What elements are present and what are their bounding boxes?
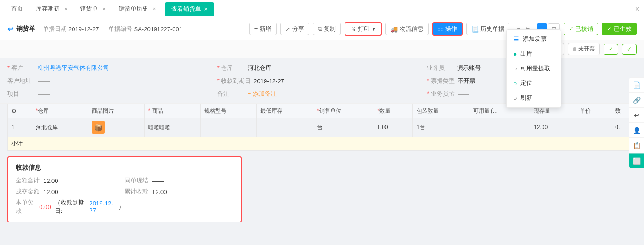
salesperson-value: 演示账号	[457, 64, 481, 72]
tab-sales[interactable]: 销货单 ×	[73, 0, 112, 18]
outbound-label: 出库	[520, 50, 532, 58]
sidebar-btn-clipboard[interactable]: 📋	[629, 138, 644, 153]
tab-sales-close[interactable]: ×	[102, 6, 105, 11]
payment-date-field: 收款到期日 2019-12-27	[217, 77, 427, 85]
print-button[interactable]: 🖨 打印 ▼	[345, 22, 382, 36]
menu-outbound[interactable]: ● 出库	[507, 46, 561, 61]
note-add-label[interactable]: + 添加备注	[248, 90, 277, 98]
check-button-1[interactable]: ✓	[604, 44, 618, 55]
history-icon: 📃	[471, 26, 479, 33]
locate-icon: ○	[513, 80, 517, 87]
total-amount-value: 12.00	[43, 177, 58, 184]
share-icon: ↗	[285, 26, 290, 33]
copy-button[interactable]: ⧉ 复制	[313, 23, 341, 35]
doc-date-field: 单据日期 2019-12-27	[43, 25, 99, 33]
warehouse-value: 河北仓库	[248, 64, 271, 72]
th-settings[interactable]: ⚙	[8, 104, 32, 118]
debt-note: （收款到期日:	[55, 199, 86, 215]
row-unit: 台	[313, 118, 373, 137]
print-label: 🖨 打印	[350, 25, 370, 33]
project-field: 项目 ——	[7, 90, 217, 98]
customer-label: 客户	[7, 64, 35, 72]
tab-inventory[interactable]: 库存期初 ×	[29, 0, 73, 18]
tab-view-sales[interactable]: 查看销货单 ×	[165, 2, 214, 16]
outbound-icon: ●	[513, 50, 517, 57]
tab-sales-history-close[interactable]: ×	[153, 6, 156, 11]
tab-view-sales-close[interactable]: ×	[204, 6, 208, 12]
tab-inventory-close[interactable]: ×	[64, 6, 67, 11]
not-open-ticket-button[interactable]: 未开票	[568, 43, 600, 55]
ticket-type-label: 票据类型	[427, 77, 455, 85]
history-button[interactable]: 📃 历史单据	[466, 23, 509, 35]
current-debt-item: 本单欠款 0.00 （收款到期日: 2019-12-27）	[16, 199, 124, 215]
current-debt-label: 本单欠款	[16, 199, 35, 215]
operation-label: 操作	[445, 25, 457, 33]
sidebar-btn-link[interactable]: 🔗	[629, 92, 644, 107]
copy-label: 复制	[324, 25, 336, 33]
due-date-value[interactable]: 2019-12-27	[90, 200, 115, 214]
doc-date-value: 2019-12-27	[68, 26, 99, 33]
logistics-icon: 🚚	[390, 26, 398, 33]
row-warehouse: 河北仓库	[32, 118, 88, 137]
sidebar-btn-expand[interactable]: ⬜	[629, 153, 644, 168]
row-stock: 12.00	[530, 118, 576, 137]
add-invoice-label: 添加发票	[523, 35, 547, 43]
document-title-section: ↩ 销货单	[7, 25, 35, 34]
product-img-icon: 📦	[94, 123, 103, 132]
salesperson2-value: ——	[458, 91, 469, 97]
check-icon-2: ✓	[627, 46, 632, 52]
share-button[interactable]: ↗ 分享	[280, 23, 309, 35]
check-icon-1: ✓	[609, 46, 613, 52]
logistics-button[interactable]: 🚚 物流信息	[385, 23, 429, 35]
row-quantity: 1.00	[373, 118, 413, 137]
tab-home[interactable]: 首页	[5, 0, 29, 18]
row-num: 1	[8, 118, 32, 137]
project-value: ——	[38, 91, 50, 97]
cancelled-button[interactable]: ✓ 已核销	[564, 23, 599, 35]
menu-locate[interactable]: ○ 定位	[507, 76, 561, 91]
menu-available-qty[interactable]: ○ 可用量提取	[507, 61, 561, 76]
subtotal-row: 小计	[8, 137, 637, 151]
row-package-qty: 1台	[413, 118, 469, 137]
salesperson2-label: 业务员孟	[427, 90, 455, 98]
th-price: 单价	[576, 104, 611, 118]
menu-refresh[interactable]: ○ 刷新	[507, 91, 561, 105]
tab-sales-label: 销货单	[80, 5, 98, 13]
note-label: 备注	[217, 90, 245, 98]
row-img: 📦	[88, 118, 144, 137]
customer-value[interactable]: 柳州粤港平安气体有限公司	[38, 64, 109, 72]
menu-add-invoice[interactable]: ☰ 添加发票	[507, 32, 561, 46]
tab-sales-history[interactable]: 销货单历史 ×	[112, 0, 162, 18]
not-open-label: 未开票	[578, 45, 595, 53]
sidebar-btn-user[interactable]: 👤	[629, 123, 644, 137]
new-button[interactable]: + 新增	[249, 23, 277, 35]
product-table: ⚙ *仓库 商品图片 * 商品 规格型号 最低库存 *销售单位 *数量 包装数量…	[7, 104, 637, 151]
th-spec: 规格型号	[201, 104, 257, 118]
check-button-2[interactable]: ✓	[622, 44, 637, 55]
tab-inventory-label: 库存期初	[36, 5, 60, 13]
tab-sales-history-label: 销货单历史	[119, 5, 148, 13]
tab-bar: 首页 库存期初 × 销货单 × 销货单历史 × 查看销货单 × ×	[0, 0, 644, 18]
tab-bar-close-button[interactable]: ×	[635, 5, 639, 13]
doc-number-value: SA-20191227-001	[134, 26, 183, 33]
same-order-value: ——	[152, 177, 164, 184]
row-spec	[201, 118, 257, 137]
product-image: 📦	[92, 121, 105, 134]
operation-button[interactable]: ⚏ 操作	[432, 22, 463, 36]
locate-label: 定位	[520, 79, 532, 87]
row-available	[469, 118, 530, 137]
th-quantity: *数量	[373, 104, 413, 118]
sidebar-btn-doc[interactable]: 📄	[629, 77, 644, 92]
transaction-amount-value: 12.00	[43, 188, 58, 195]
customer-field: 客户 柳州粤港平安气体有限公司	[7, 64, 217, 72]
dropdown-menu: ☰ 添加发票 ● 出库 ○ 可用量提取 ○ 定位 ○ 刷新	[506, 29, 561, 108]
available-qty-label: 可用量提取	[520, 64, 550, 73]
effective-button[interactable]: ✓ 已生效	[602, 23, 637, 35]
history-label: 历史单据	[480, 25, 504, 33]
payment-date-value: 2019-12-27	[254, 78, 284, 85]
debt-note-close: ）	[119, 203, 124, 211]
table-row: 1 河北仓库 📦 嘻嘻嘻嘻 台 1.00 1台 12.00 0.	[8, 118, 637, 137]
payment-title: 收款信息	[16, 164, 233, 172]
document-meta: 单据日期 2019-12-27 单据编号 SA-20191227-001	[43, 25, 182, 33]
sidebar-btn-return[interactable]: ↩	[629, 108, 644, 122]
